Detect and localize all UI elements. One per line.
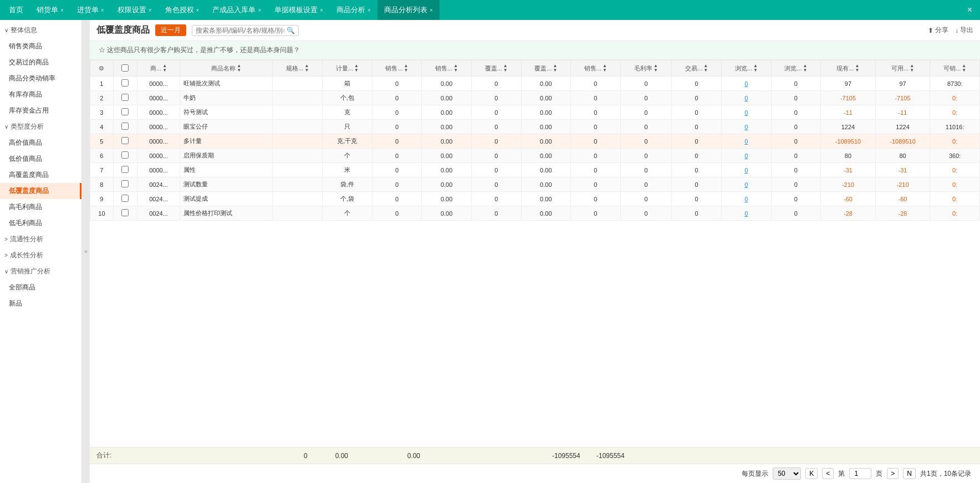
col-name[interactable]: 商品名称▲▼ — [180, 60, 273, 77]
row-browse1[interactable]: 0 — [721, 91, 771, 105]
close-icon[interactable]: × — [430, 7, 433, 13]
sidebar-item-category-sales-rate[interactable]: 商品分类动销率 — [0, 70, 81, 87]
first-page-button[interactable]: K — [805, 468, 818, 479]
sidebar-item-high-margin[interactable]: 高毛利商品 — [0, 199, 81, 215]
nav-tab-product-analysis-list[interactable]: 商品分析列表 × — [377, 0, 440, 20]
row-checkbox[interactable] — [113, 177, 137, 192]
nav-tab-role[interactable]: 角色授权 × — [159, 0, 206, 20]
row-available-stock: -11 — [875, 105, 930, 120]
row-browse1[interactable]: 0 — [721, 192, 771, 206]
row-browse1[interactable]: 0 — [721, 77, 771, 91]
sidebar-toggle[interactable]: « — [82, 20, 90, 483]
close-icon[interactable]: × — [320, 7, 323, 13]
col-checkbox[interactable] — [113, 60, 137, 77]
prev-page-button[interactable]: < — [822, 468, 834, 479]
col-transaction[interactable]: 交易...▲▼ — [672, 60, 722, 77]
row-browse1[interactable]: 0 — [721, 105, 771, 120]
sidebar-item-capital-usage[interactable]: 库存资金占用 — [0, 103, 81, 119]
nav-tab-template[interactable]: 单据模板设置 × — [268, 0, 330, 20]
row-code: 0000... — [137, 120, 180, 134]
table-row: 10 0024... 属性价格打印测试 个 0 0.00 0 0.00 0 0 … — [90, 206, 980, 221]
search-icon[interactable]: 🔍 — [287, 27, 295, 34]
sidebar-item-low-margin[interactable]: 低毛利商品 — [0, 215, 81, 231]
col-current-stock[interactable]: 现有...▲▼ — [821, 60, 876, 77]
per-page-select[interactable]: 50 20 100 — [773, 467, 801, 480]
sidebar-section-type-analysis[interactable]: ∨ 类型度分析 — [0, 119, 81, 135]
next-page-button[interactable]: > — [887, 468, 899, 479]
sidebar-item-all-products[interactable]: 全部商品 — [0, 279, 81, 296]
sidebar-item-low-coverage[interactable]: 低覆盖度商品 — [0, 183, 81, 199]
export-button[interactable]: ↓ 导出 — [955, 26, 973, 35]
row-sales-other: 0 — [571, 177, 621, 192]
sidebar-item-new-products[interactable]: 新品 — [0, 296, 81, 312]
col-saleable[interactable]: 可销...▲▼ — [930, 60, 980, 77]
close-icon[interactable]: × — [196, 7, 200, 13]
row-browse1[interactable]: 0 — [721, 134, 771, 149]
row-browse1[interactable]: 0 — [721, 120, 771, 134]
select-all-checkbox[interactable] — [121, 64, 129, 72]
sidebar-item-low-value[interactable]: 低价值商品 — [0, 151, 81, 167]
last-page-button[interactable]: N — [903, 468, 916, 479]
row-checkbox[interactable] — [113, 91, 137, 105]
nav-tab-purchase[interactable]: 进货单 × — [70, 0, 111, 20]
col-browse1[interactable]: 浏览...▲▼ — [721, 60, 771, 77]
nav-tab-sales[interactable]: 销货单 × — [30, 0, 70, 20]
sidebar-section-circulation[interactable]: > 流通性分析 — [0, 231, 81, 247]
nav-tab-product-analysis[interactable]: 商品分析 × — [330, 0, 377, 20]
col-settings[interactable]: ⚙ — [90, 60, 114, 77]
col-code[interactable]: 商...▲▼ — [137, 60, 180, 77]
row-checkbox[interactable] — [113, 134, 137, 149]
close-all-button[interactable]: × — [962, 5, 978, 15]
search-input[interactable] — [196, 27, 284, 34]
close-icon[interactable]: × — [101, 7, 104, 13]
col-spec[interactable]: 规格...▲▼ — [273, 60, 323, 77]
row-browse2: 0 — [771, 149, 821, 163]
sidebar-item-traded-products[interactable]: 交易过的商品 — [0, 54, 81, 70]
sidebar-item-high-coverage[interactable]: 高覆盖度商品 — [0, 167, 81, 183]
sidebar-section-overall[interactable]: ∨ 整体信息 — [0, 22, 81, 38]
close-icon[interactable]: × — [60, 7, 64, 13]
row-checkbox[interactable] — [113, 206, 137, 221]
col-available-stock[interactable]: 可用...▲▼ — [875, 60, 930, 77]
col-sales-amt[interactable]: 销售...▲▼ — [422, 60, 472, 77]
current-page-input[interactable] — [849, 468, 871, 479]
row-cov2: 0.00 — [521, 91, 571, 105]
nav-tab-product-warehouse[interactable]: 产成品入库单 × — [206, 0, 268, 20]
col-sales-qty[interactable]: 销售...▲▼ — [372, 60, 422, 77]
chevron-right-icon: > — [4, 252, 8, 258]
row-browse1[interactable]: 0 — [721, 149, 771, 163]
col-browse2[interactable]: 浏览...▲▼ — [771, 60, 821, 77]
sidebar-item-sales-products[interactable]: 销售类商品 — [0, 38, 81, 54]
row-checkbox[interactable] — [113, 77, 137, 91]
row-checkbox[interactable] — [113, 149, 137, 163]
row-browse1[interactable]: 0 — [721, 206, 771, 221]
row-checkbox[interactable] — [113, 163, 137, 177]
row-checkbox[interactable] — [113, 105, 137, 120]
row-browse1[interactable]: 0 — [721, 163, 771, 177]
row-browse1[interactable]: 0 — [721, 177, 771, 192]
row-checkbox[interactable] — [113, 192, 137, 206]
row-checkbox[interactable] — [113, 120, 137, 134]
row-spec — [273, 177, 323, 192]
close-icon[interactable]: × — [258, 7, 261, 13]
sidebar-section-growth[interactable]: > 成长性分析 — [0, 247, 81, 263]
sidebar-section-marketing[interactable]: ∨ 营销推广分析 — [0, 263, 81, 279]
settings-icon[interactable]: ⚙ — [99, 65, 104, 72]
col-unit[interactable]: 计量...▲▼ — [323, 60, 372, 77]
sidebar-item-in-stock[interactable]: 有库存商品 — [0, 87, 81, 103]
close-icon[interactable]: × — [149, 7, 152, 13]
row-cov1: 0 — [471, 120, 521, 134]
period-button[interactable]: 近一月 — [155, 24, 186, 36]
share-button[interactable]: ⬆ 分享 — [928, 26, 948, 35]
share-icon: ⬆ — [928, 27, 933, 34]
col-gross-margin[interactable]: 毛利率▲▼ — [620, 60, 672, 77]
col-coverage2[interactable]: 覆盖...▲▼ — [521, 60, 571, 77]
row-transaction: 0 — [672, 91, 722, 105]
col-sales-other[interactable]: 销售...▲▼ — [571, 60, 621, 77]
col-coverage1[interactable]: 覆盖...▲▼ — [471, 60, 521, 77]
nav-tab-home[interactable]: 首页 — [2, 0, 30, 20]
row-code: 0024... — [137, 177, 180, 192]
nav-tab-permission[interactable]: 权限设置 × — [111, 0, 159, 20]
sidebar-item-high-value[interactable]: 高价值商品 — [0, 135, 81, 151]
close-icon[interactable]: × — [368, 7, 371, 13]
